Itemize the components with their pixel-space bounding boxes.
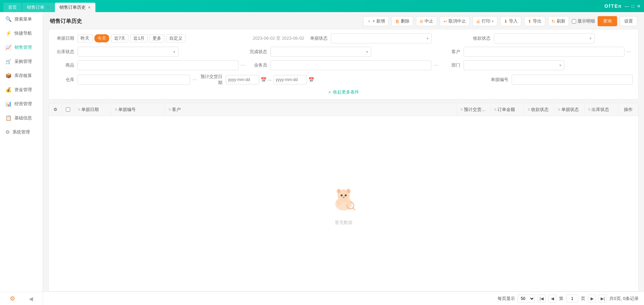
sidebar-collapse-icon[interactable]: ◀: [29, 296, 33, 302]
sidebar-item-quick-nav[interactable]: ⚡ 快捷导航: [0, 26, 43, 40]
date-btn-1month[interactable]: 近1月: [130, 34, 147, 42]
top-bar: 首页 销售订单 ✕ 销售订单历史 ✕ OfTEn — □ ✕: [0, 0, 644, 12]
export-button[interactable]: ⬆ 导出: [524, 16, 545, 26]
pay-status-select[interactable]: ▾: [494, 33, 595, 43]
th-settings[interactable]: ⚙: [49, 103, 62, 116]
svg-point-7: [345, 194, 347, 196]
th-bill-status[interactable]: ⇅ 单据状态: [554, 103, 585, 116]
window-minimize-btn[interactable]: —: [625, 4, 629, 9]
pagination-page-label: 第: [559, 296, 563, 302]
pagination-last-btn[interactable]: ▶|: [599, 295, 607, 303]
sidebar-item-search[interactable]: 🔍 搜索菜单: [0, 12, 43, 26]
warehouse-section: 仓库 ···: [54, 75, 199, 85]
empty-text: 暂无数据: [335, 220, 352, 226]
sidebar-item-finance[interactable]: 💰 资金管理: [0, 83, 43, 97]
customer-label: 客户: [440, 49, 464, 55]
goods-section: 商品 ···: [54, 60, 247, 70]
dept-select[interactable]: ▾: [464, 60, 564, 70]
warehouse-input[interactable]: [78, 75, 190, 85]
delivery-start-input[interactable]: [226, 75, 259, 84]
th-no[interactable]: ⇅ 单据编号: [111, 103, 165, 116]
window-close-btn[interactable]: ✕: [637, 4, 641, 9]
inventory-icon: 📦: [5, 73, 12, 79]
refresh-button[interactable]: ↻ 刷新: [548, 16, 569, 26]
bill-no-input[interactable]: [512, 75, 633, 85]
goods-ellipsis-btn[interactable]: ···: [239, 62, 247, 68]
date-btn-more[interactable]: 更多: [149, 34, 164, 42]
out-status-label: 出库状态: [54, 49, 78, 55]
table-header: ⚙ ⇅ 单据日期 ⇅ 单据编号 ⇅ 客户 ⇅: [49, 103, 638, 116]
th-date[interactable]: ⇅ 单据日期: [74, 103, 111, 116]
th-customer[interactable]: ⇅ 客户: [165, 103, 457, 116]
per-page-select[interactable]: 50 10 20 100: [518, 295, 535, 303]
tab-sales-order-history[interactable]: 销售订单历史 ✕: [55, 3, 95, 12]
pagination-page-input[interactable]: [566, 295, 578, 303]
collapse-bar[interactable]: ∧ 收起更多条件: [54, 89, 633, 95]
tab-sales-order-history-close[interactable]: ✕: [88, 5, 91, 10]
delete-button[interactable]: 🗑 删除: [391, 16, 413, 26]
th-out-status[interactable]: ⇅ 出库状态: [585, 103, 618, 116]
cancel-stop-button[interactable]: ↩ 取消中止: [440, 16, 470, 26]
salesperson-ellipsis-btn[interactable]: ···: [431, 62, 440, 68]
empty-illustration: [327, 182, 360, 216]
display-detail-check[interactable]: 显示明细: [572, 18, 595, 24]
tab-home[interactable]: 首页: [3, 3, 22, 12]
filter-row-3: 商品 ··· 业务员 ··· 部门 ▾: [54, 60, 633, 70]
th-delivery[interactable]: ⇅ 预计交货...: [457, 103, 490, 116]
date-btn-7days[interactable]: 近7天: [111, 34, 128, 42]
setting-button[interactable]: 设置: [620, 16, 637, 26]
pagination-prev-btn[interactable]: ◀: [548, 295, 556, 303]
tab-sales-order-close[interactable]: ✕: [46, 5, 49, 10]
th-checkbox[interactable]: [62, 103, 74, 116]
empty-state: 暂无数据: [49, 116, 638, 291]
toolbar: ＋ + 新增 🗑 删除 ⊘ 中止 ↩ 取消中止 🖨 打印: [363, 16, 637, 26]
query-button[interactable]: 查询: [598, 16, 617, 26]
sidebar-item-system[interactable]: ⚙ 系统管理: [0, 125, 43, 139]
import-button[interactable]: ⬇ 导入: [500, 16, 521, 26]
date-btn-custom[interactable]: 自定义: [166, 34, 185, 42]
window-maximize-btn[interactable]: □: [632, 4, 634, 9]
date-btn-today[interactable]: 今天: [94, 34, 109, 42]
bill-status-section: 单据状态 ▾: [307, 33, 470, 43]
new-button[interactable]: ＋ + 新增: [363, 16, 389, 26]
th-amount[interactable]: ⇅ 订单金额: [490, 103, 524, 116]
sidebar-item-inventory[interactable]: 📦 库存核算: [0, 69, 43, 83]
stop-button[interactable]: ⊘ 中止: [416, 16, 437, 26]
finance-icon: 💰: [5, 87, 12, 93]
date-btn-custom-label: 自定义: [169, 36, 182, 41]
cancel-stop-icon: ↩: [443, 19, 447, 24]
out-status-select[interactable]: ▾: [78, 47, 178, 57]
customer-input[interactable]: [464, 47, 625, 57]
print-button[interactable]: 🖨 打印 ▾: [472, 16, 498, 26]
date-btn-7days-label: 近7天: [114, 36, 125, 41]
date-btn-yesterday[interactable]: 昨天: [78, 34, 92, 42]
pagination-next-btn[interactable]: ▶: [588, 295, 596, 303]
sidebar-item-operations[interactable]: 📊 经营管理: [0, 97, 43, 111]
th-out-status-sort-icon: ⇅: [588, 108, 591, 111]
select-all-checkbox[interactable]: [66, 107, 70, 112]
sidebar-item-basics[interactable]: 📋 基础信息: [0, 111, 43, 125]
query-label: 查询: [603, 18, 612, 24]
goods-input[interactable]: [78, 60, 239, 70]
salesperson-input[interactable]: [270, 60, 431, 70]
th-delivery-sort-icon: ⇅: [460, 108, 463, 111]
delivery-end-input[interactable]: [273, 75, 307, 84]
bill-status-select[interactable]: ▾: [331, 33, 432, 43]
display-detail-checkbox[interactable]: [572, 19, 576, 24]
delivery-start-cal-icon: 📅: [261, 77, 266, 82]
th-pay-status[interactable]: ⇅ 收款状态: [524, 103, 554, 116]
svg-line-10: [353, 208, 355, 210]
sidebar-settings-icon[interactable]: ⚙: [10, 295, 15, 302]
tab-sales-order[interactable]: 销售订单 ✕: [22, 3, 54, 12]
th-bill-status-label: 单据状态: [561, 107, 579, 113]
collapse-label: ∧ 收起更多条件: [328, 89, 359, 94]
th-no-sort-icon: ⇅: [115, 108, 117, 111]
th-pay-status-label: 收款状态: [531, 107, 549, 113]
sidebar-item-purchase[interactable]: 🛒 采购管理: [0, 54, 43, 69]
warehouse-ellipsis-btn[interactable]: ···: [190, 77, 199, 83]
sidebar-item-sales[interactable]: 📈 销售管理: [0, 40, 43, 54]
sidebar-item-inventory-label: 库存核算: [14, 73, 32, 79]
complete-status-select[interactable]: ▾: [270, 47, 371, 57]
pagination-first-btn[interactable]: |◀: [538, 295, 546, 303]
customer-ellipsis-btn[interactable]: ···: [625, 49, 633, 55]
